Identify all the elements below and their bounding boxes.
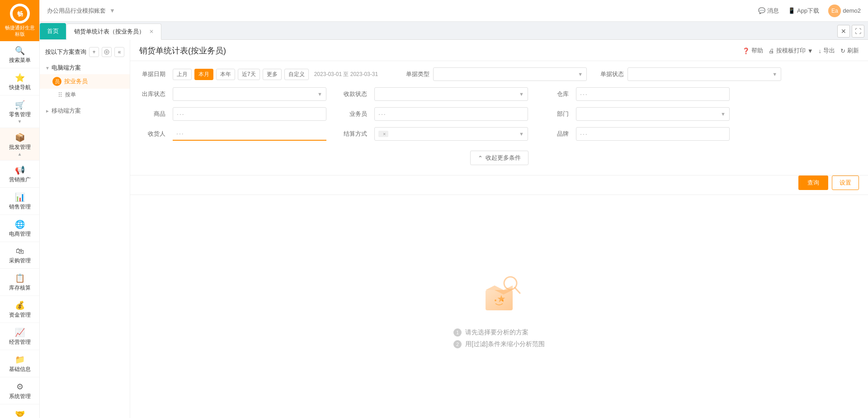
sidebar-item-sales[interactable]: 📊 销售管理 bbox=[0, 188, 39, 215]
sidebar-item-retail[interactable]: 🛒 零售管理 ▼ bbox=[0, 95, 39, 128]
sidebar-item-marketing[interactable]: 📢 营销推广 bbox=[0, 161, 39, 188]
sidebar-item-label: 销售管理 bbox=[9, 203, 31, 211]
doc-type-label: 单据类型 bbox=[403, 70, 429, 78]
user-name: demo2 bbox=[843, 7, 861, 14]
sidebar-item-quick-nav[interactable]: ⭐ 快捷导航 bbox=[0, 68, 39, 95]
tab-sales-stat[interactable]: 销货单统计表（按业务员） ✕ bbox=[67, 24, 161, 40]
refresh-label: 刷新 bbox=[847, 47, 859, 55]
sidebar-item-operations[interactable]: 📈 经营管理 bbox=[0, 323, 39, 350]
add-scheme-button[interactable]: + bbox=[89, 47, 99, 57]
sidebar-item-enterprise[interactable]: 🤝 企业协同 bbox=[0, 404, 39, 418]
sidebar-item-search-menu[interactable]: 🔍 搜索菜单 bbox=[0, 41, 39, 68]
doc-status-label: 单据状态 bbox=[598, 70, 624, 78]
tab-actions: ✕ ⛶ bbox=[834, 25, 868, 39]
app-download-button[interactable]: 📱 App下载 bbox=[788, 7, 819, 15]
collapse-left-panel-button[interactable]: « bbox=[114, 47, 124, 57]
settlement-select[interactable]: × ▼ bbox=[374, 127, 528, 141]
collapse-icon: ⌃ bbox=[478, 155, 483, 162]
sidebar-item-label: 库存核算 bbox=[9, 284, 31, 292]
warehouse-dots: ··· bbox=[580, 90, 588, 98]
date-btn-this-month[interactable]: 本月 bbox=[194, 69, 213, 80]
sidebar-item-inventory[interactable]: 📋 库存核算 bbox=[0, 269, 39, 296]
edit-scheme-button[interactable] bbox=[102, 47, 112, 57]
settings-button[interactable]: 设置 bbox=[832, 176, 859, 190]
sidebar-item-label: 采购管理 bbox=[9, 257, 31, 265]
recipient-label: 收货人 bbox=[139, 130, 165, 138]
recipient-input[interactable]: ··· bbox=[173, 127, 326, 141]
refresh-button[interactable]: ↻ 刷新 bbox=[840, 47, 859, 55]
department-select[interactable]: ▼ bbox=[576, 107, 730, 121]
enterprise-icon: 🤝 bbox=[15, 409, 25, 418]
brand-label: 品牌 bbox=[542, 130, 569, 138]
sidebar-item-label: 快捷导航 bbox=[9, 84, 31, 91]
date-btn-more[interactable]: 更多 bbox=[263, 69, 282, 80]
help-button[interactable]: ❓ 帮助 bbox=[742, 47, 763, 55]
message-button[interactable]: 💬 消息 bbox=[758, 7, 779, 15]
export-button[interactable]: ↓ 导出 bbox=[819, 47, 835, 55]
maximize-button[interactable]: ⛶ bbox=[852, 25, 864, 38]
tab-close-icon[interactable]: ✕ bbox=[149, 28, 154, 35]
date-btn-this-year[interactable]: 本年 bbox=[216, 69, 235, 80]
chevron-up-icon: ▲ bbox=[18, 152, 22, 157]
sidebar-logo: 畅 畅捷通好生意 标版 bbox=[0, 0, 39, 41]
sales-icon: 📊 bbox=[15, 192, 25, 202]
desktop-group-header[interactable]: ▼ 电脑端方案 bbox=[40, 62, 130, 74]
sub-scheme-label-by-order: 按单 bbox=[65, 91, 76, 99]
close-icon: ✕ bbox=[841, 28, 846, 35]
topbar-dropdown-arrow[interactable]: ▼ bbox=[109, 7, 115, 14]
sub-scheme-item-by-order[interactable]: ⠿ 按单 bbox=[40, 89, 130, 101]
export-icon: ↓ bbox=[819, 48, 822, 54]
operations-icon: 📈 bbox=[15, 328, 25, 337]
sidebar-item-ecommerce[interactable]: 🌐 电商管理 bbox=[0, 215, 39, 242]
mobile-group-header[interactable]: ► 移动端方案 bbox=[40, 104, 130, 117]
quick-nav-icon: ⭐ bbox=[15, 73, 25, 83]
date-btn-last-7days[interactable]: 近7天 bbox=[238, 69, 260, 80]
svg-line-8 bbox=[515, 288, 520, 293]
date-btn-custom[interactable]: 自定义 bbox=[284, 69, 309, 80]
sidebar-item-finance[interactable]: 💰 资金管理 bbox=[0, 296, 39, 323]
marketing-icon: 📢 bbox=[15, 165, 25, 175]
query-button[interactable]: 查询 bbox=[798, 176, 828, 190]
inventory-icon: 📋 bbox=[15, 273, 25, 283]
left-panel: 按以下方案查询 + « ▼ 电脑端方案 员 按业务员 bbox=[40, 40, 130, 418]
brand-select[interactable]: ··· bbox=[576, 127, 730, 141]
goods-dots: ··· bbox=[177, 110, 185, 118]
out-status-select[interactable]: ▼ bbox=[173, 87, 326, 101]
settlement-tag-close-icon[interactable]: × bbox=[383, 131, 386, 137]
payment-status-select[interactable]: ▼ bbox=[374, 87, 528, 101]
salesperson-select[interactable]: ··· bbox=[374, 107, 528, 121]
settlement-arrow: ▼ bbox=[519, 131, 524, 137]
warehouse-select[interactable]: ··· bbox=[576, 87, 730, 101]
collapse-more-button[interactable]: ⌃ 收起更多条件 bbox=[470, 151, 528, 165]
sidebar-navigation: 🔍 搜索菜单 ⭐ 快捷导航 🛒 零售管理 ▼ 📦 批发管理 ▲ 📢 营销推广 📊… bbox=[0, 41, 39, 418]
right-panel: 销货单统计表(按业务员) ❓ 帮助 🖨 按模板打印 ▼ ↓ 导出 bbox=[130, 40, 868, 418]
user-menu[interactable]: Ea demo2 bbox=[828, 5, 861, 17]
date-btn-last-month[interactable]: 上月 bbox=[173, 69, 192, 80]
left-panel-tools: + « bbox=[89, 47, 124, 57]
sidebar-item-wholesale[interactable]: 📦 批发管理 ▲ bbox=[0, 128, 39, 161]
svg-text:★: ★ bbox=[497, 293, 506, 304]
doc-status-select[interactable]: ▼ bbox=[627, 67, 781, 81]
filter-row-1: 单据日期 上月 本月 本年 近7天 更多 自定义 2023-03-01 至 20… bbox=[139, 67, 859, 81]
sidebar-item-procurement[interactable]: 🛍 采购管理 bbox=[0, 242, 39, 269]
doc-type-select[interactable]: ▼ bbox=[433, 67, 587, 81]
retail-icon: 🛒 bbox=[15, 100, 25, 110]
mobile-group-arrow: ► bbox=[45, 109, 50, 114]
tip-1-text: 请先选择要分析的方案 bbox=[465, 328, 528, 337]
sidebar-item-basic-info[interactable]: 📁 基础信息 bbox=[0, 350, 39, 377]
scheme-item-by-salesperson[interactable]: 员 按业务员 bbox=[40, 74, 130, 89]
app-download-label: App下载 bbox=[797, 7, 819, 15]
print-arrow-icon: ▼ bbox=[807, 48, 813, 54]
close-all-tabs-button[interactable]: ✕ bbox=[837, 25, 850, 38]
topbar-left: 办公用品行业模拟账套 ▼ bbox=[47, 7, 115, 15]
content-area: 按以下方案查询 + « ▼ 电脑端方案 员 按业务员 bbox=[40, 40, 868, 418]
print-button[interactable]: 🖨 按模板打印 ▼ bbox=[769, 47, 813, 55]
sidebar-item-label: 营销推广 bbox=[9, 176, 31, 184]
tab-home[interactable]: 首页 bbox=[40, 23, 66, 39]
sidebar-item-system[interactable]: ⚙ 系统管理 bbox=[0, 377, 39, 404]
settlement-tag: × bbox=[378, 131, 388, 137]
date-filter-group: 上月 本月 本年 近7天 更多 自定义 2023-03-01 至 2023-03… bbox=[173, 69, 378, 80]
goods-select[interactable]: ··· bbox=[173, 107, 326, 121]
out-status-arrow: ▼ bbox=[317, 91, 322, 97]
sidebar-item-label: 搜索菜单 bbox=[9, 57, 31, 64]
